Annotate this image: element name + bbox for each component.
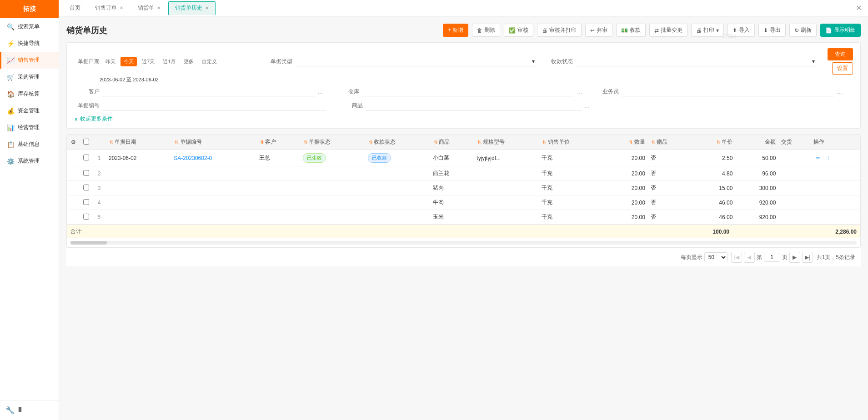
sidebar-item-system-mgmt[interactable]: ⚙️ 系统管理: [0, 153, 59, 170]
staff-input[interactable]: [622, 87, 834, 96]
date-btn-today[interactable]: 今天: [120, 57, 137, 66]
col-collect-status[interactable]: ⇅ 收款状态: [365, 135, 430, 150]
col-date[interactable]: ⇅ 单据日期: [106, 135, 171, 150]
tab-sales-order-close[interactable]: ✕: [120, 5, 123, 10]
filter-row-1: 单据日期 昨天 今天 近7天 近1月 更多 自定义 单据类型 ▾: [74, 48, 853, 75]
new-button[interactable]: + 新增: [443, 24, 468, 37]
query-button[interactable]: 查询: [828, 48, 853, 60]
batch-change-button[interactable]: ⇄ 批量变更: [649, 24, 687, 37]
collapse-button[interactable]: ∧ 收起更多条件: [74, 115, 853, 123]
col-gear[interactable]: ⚙: [67, 135, 80, 150]
action-更多-button[interactable]: ⋮: [823, 154, 833, 162]
audit-print-button[interactable]: 🖨 审核并打印: [537, 24, 582, 37]
goods-input[interactable]: [366, 101, 582, 110]
sidebar-item-sales-mgmt[interactable]: 📈 销售管理: [0, 52, 59, 69]
doc-type-select[interactable]: ▾: [295, 57, 537, 66]
row-select-checkbox[interactable]: [83, 214, 89, 220]
row-customer: [256, 166, 300, 181]
sidebar-item-basic-info[interactable]: 📋 基础信息: [0, 136, 59, 153]
sidebar-item-quick-nav[interactable]: ⚡ 快捷导航: [0, 35, 59, 52]
row-select-checkbox[interactable]: [83, 185, 89, 190]
row-doc-no[interactable]: [171, 195, 256, 210]
horizontal-scrollbar[interactable]: [70, 241, 857, 245]
col-gift[interactable]: ⇅ 赠品: [648, 135, 692, 150]
date-btn-7days[interactable]: 近7天: [139, 57, 158, 66]
collect-status-select[interactable]: ▾: [576, 57, 817, 66]
tab-delivery[interactable]: 销货单 ✕: [131, 1, 167, 15]
goods-dots[interactable]: ...: [584, 102, 590, 110]
row-qty: 20.00: [604, 166, 648, 181]
col-doc-status[interactable]: ⇅ 单据状态: [300, 135, 365, 150]
page-size-dropdown[interactable]: 50 100 200: [704, 252, 728, 262]
next-page-button[interactable]: ▶: [789, 252, 800, 263]
row-doc-no[interactable]: [171, 210, 256, 225]
tab-delivery-history[interactable]: 销货单历史 ✕: [168, 1, 216, 15]
show-detail-button[interactable]: 📄 显示明细: [820, 24, 861, 37]
customer-input[interactable]: [102, 87, 315, 96]
doc-no-input[interactable]: [102, 101, 326, 110]
sidebar-item-operations-mgmt[interactable]: 📊 经营管理: [0, 119, 59, 136]
page-input[interactable]: [764, 253, 780, 262]
row-checkbox[interactable]: [80, 150, 92, 166]
audit-button[interactable]: ✅ 审核: [504, 24, 533, 37]
col-checkbox[interactable]: [80, 135, 92, 150]
date-btn-1month[interactable]: 近1月: [160, 57, 179, 66]
warehouse-dots[interactable]: ...: [577, 88, 582, 95]
prev-page-button[interactable]: ◀: [744, 252, 755, 263]
doc-no-link[interactable]: SA-20230602-0: [174, 155, 212, 161]
window-close-icon[interactable]: ✕: [853, 3, 864, 13]
export-button[interactable]: ⬇ 导出: [758, 24, 786, 37]
tab-sales-order[interactable]: 销售订单 ✕: [88, 1, 130, 15]
row-checkbox[interactable]: [80, 181, 92, 195]
scroll-thumb[interactable]: [70, 241, 107, 245]
sidebar-item-finance-mgmt[interactable]: 💰 资金管理: [0, 102, 59, 119]
col-trade[interactable]: 交货: [778, 135, 810, 150]
refresh-button[interactable]: ↻ 刷新: [789, 24, 817, 37]
abandon-button[interactable]: ↩ 弃审: [585, 24, 612, 37]
row-doc-no[interactable]: SA-20230602-0: [171, 150, 256, 166]
row-doc-no[interactable]: [171, 181, 256, 195]
col-spec[interactable]: ⇅ 规格型号: [474, 135, 539, 150]
print-button[interactable]: 🖨 打印 ▾: [691, 24, 724, 37]
row-checkbox[interactable]: [80, 210, 92, 225]
col-amount[interactable]: 金额: [735, 135, 778, 150]
col-qty[interactable]: ⇅ 数量: [604, 135, 648, 150]
action-编辑-button[interactable]: ✏: [813, 154, 823, 162]
tab-home[interactable]: 首页: [63, 1, 87, 15]
pause-icon[interactable]: ⏸: [16, 406, 24, 415]
warehouse-input[interactable]: [362, 87, 574, 96]
sidebar-item-inventory[interactable]: 🏠 库存核算: [0, 85, 59, 102]
delete-button[interactable]: 🗑 删除: [472, 24, 500, 37]
col-unit[interactable]: ⇅ 销售单位: [539, 135, 604, 150]
sidebar-item-purchase-mgmt[interactable]: 🛒 采购管理: [0, 69, 59, 85]
date-btn-more[interactable]: 更多: [181, 57, 197, 66]
col-price[interactable]: ⇅ 单价: [692, 135, 735, 150]
tab-delivery-close[interactable]: ✕: [157, 5, 161, 10]
last-page-button[interactable]: ▶|: [802, 252, 813, 263]
staff-dots[interactable]: ...: [837, 88, 842, 95]
row-checkbox[interactable]: [80, 166, 92, 181]
col-goods[interactable]: ⇅ 商品: [430, 135, 474, 150]
date-btn-yesterday[interactable]: 昨天: [102, 57, 119, 66]
row-select-checkbox[interactable]: [83, 155, 89, 160]
row-checkbox[interactable]: [80, 195, 92, 210]
row-spec: [474, 210, 539, 225]
tab-delivery-history-close[interactable]: ✕: [205, 5, 209, 10]
settings-bottom-icon[interactable]: 🔧: [5, 406, 15, 415]
row-select-checkbox[interactable]: [83, 170, 89, 176]
collect-button[interactable]: 💵 收款: [616, 24, 646, 37]
data-table-wrap: ⚙ ⇅ 单据日期 ⇅ 单据编号 ⇅ 客户 ⇅ 单据状态 ⇅ 收款状态 ⇅ 商品 …: [66, 134, 861, 248]
col-doc-no[interactable]: ⇅ 单据编号: [171, 135, 256, 150]
first-page-button[interactable]: |◀: [731, 252, 742, 263]
row-doc-no[interactable]: [171, 166, 256, 181]
date-btn-custom[interactable]: 自定义: [199, 57, 220, 66]
col-customer[interactable]: ⇅ 客户: [256, 135, 300, 150]
row-customer: [256, 210, 300, 225]
customer-dots[interactable]: ...: [317, 88, 323, 95]
import-button[interactable]: ⬆ 导入: [728, 24, 755, 37]
select-all-checkbox[interactable]: [83, 139, 89, 145]
settings-button[interactable]: 设置: [832, 62, 853, 75]
sidebar-item-search-menu[interactable]: 🔍 搜索菜单: [0, 18, 59, 35]
row-select-checkbox[interactable]: [83, 199, 89, 205]
row-date: [106, 181, 171, 195]
